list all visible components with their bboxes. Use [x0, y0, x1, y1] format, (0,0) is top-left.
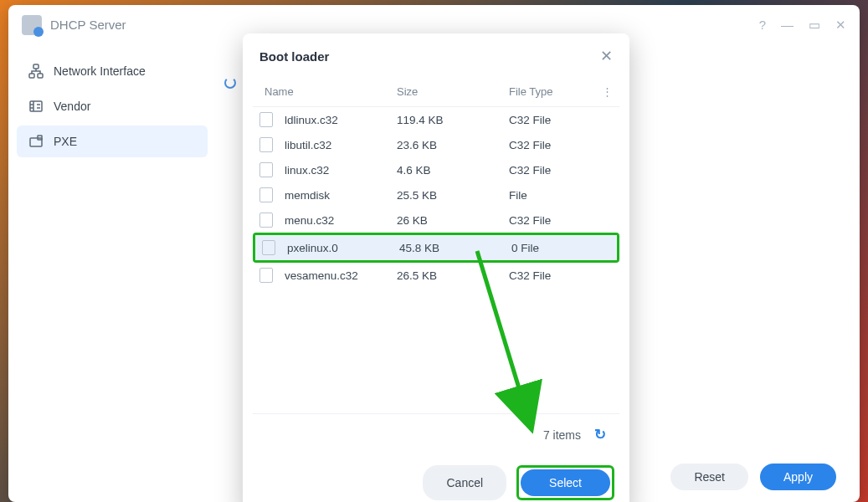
vendor-icon	[28, 99, 44, 114]
dialog-body: Name Size File Type ⋮ ldlinux.c32 119.4 …	[243, 77, 629, 453]
sidebar-item-pxe[interactable]: PXE	[17, 126, 208, 157]
network-icon	[28, 64, 44, 79]
file-size: 119.4 KB	[397, 114, 509, 126]
sidebar-item-vendor[interactable]: Vendor	[17, 90, 208, 122]
table-row[interactable]: linux.c32 4.6 KB C32 File	[253, 157, 619, 182]
item-count: 7 items	[543, 428, 581, 442]
sidebar-item-label: Vendor	[54, 100, 90, 113]
svg-rect-1	[29, 74, 34, 78]
file-size: 25.5 KB	[397, 189, 509, 202]
table-header: Name Size File Type ⋮	[253, 77, 619, 107]
minimize-icon[interactable]: —	[781, 18, 794, 33]
maximize-icon[interactable]: ▭	[809, 18, 820, 33]
table-row[interactable]: memdisk 25.5 KB File	[253, 182, 619, 207]
table-row[interactable]: menu.c32 26 KB C32 File	[253, 207, 619, 233]
sidebar-item-label: Network Interface	[54, 64, 146, 78]
file-type: C32 File	[509, 114, 613, 126]
more-options-icon[interactable]: ⋮	[602, 85, 613, 98]
file-size: 45.8 KB	[399, 242, 511, 254]
close-window-icon[interactable]: ✕	[835, 18, 846, 33]
file-type: C32 File	[509, 214, 613, 227]
window-controls: ? — ▭ ✕	[759, 18, 846, 33]
table-footer: 7 items ↻	[253, 413, 619, 453]
file-type: File	[509, 189, 613, 202]
svg-rect-3	[30, 101, 42, 111]
svg-rect-2	[38, 74, 43, 78]
file-name: linux.c32	[280, 164, 397, 177]
sidebar-item-label: PXE	[54, 135, 77, 148]
dialog-title: Boot loader	[259, 49, 329, 64]
file-name: ldlinux.c32	[280, 114, 397, 126]
col-type-header[interactable]: File Type	[509, 85, 602, 98]
file-size: 26 KB	[397, 214, 509, 227]
file-icon	[259, 137, 273, 152]
col-name-header[interactable]: Name	[259, 85, 397, 98]
file-name: libutil.c32	[280, 139, 397, 151]
file-name: menu.c32	[280, 214, 397, 227]
help-icon[interactable]: ?	[759, 18, 766, 33]
file-type: 0 File	[511, 242, 610, 254]
apply-button[interactable]: Apply	[760, 464, 836, 490]
file-icon	[259, 268, 273, 283]
sidebar: Network Interface Vendor PXE	[8, 45, 216, 502]
file-icon	[259, 162, 273, 177]
file-icon	[259, 213, 273, 228]
app-title: DHCP Server	[50, 18, 126, 32]
dialog-header: Boot loader ✕	[243, 33, 629, 77]
cancel-button[interactable]: Cancel	[423, 465, 506, 500]
loading-spinner-icon	[224, 77, 236, 89]
highlight-select-button: Select	[516, 465, 614, 500]
file-type: C32 File	[509, 269, 613, 282]
file-type: C32 File	[509, 164, 613, 177]
table-row[interactable]: libutil.c32 23.6 KB C32 File	[253, 132, 619, 157]
footer-buttons: Reset Apply	[670, 464, 836, 490]
file-icon	[259, 187, 273, 202]
file-icon	[262, 240, 275, 255]
file-name: memdisk	[280, 189, 397, 202]
svg-rect-0	[33, 64, 39, 69]
app-icon	[22, 15, 42, 35]
col-size-header[interactable]: Size	[397, 85, 509, 98]
boot-loader-dialog: Boot loader ✕ Name Size File Type ⋮ ldli…	[243, 33, 629, 502]
highlight-selected-row: pxelinux.0 45.8 KB 0 File	[253, 233, 619, 263]
table-row[interactable]: vesamenu.c32 26.5 KB C32 File	[253, 263, 619, 288]
refresh-icon[interactable]: ↻	[594, 426, 606, 443]
file-name: pxelinux.0	[282, 242, 399, 254]
reset-button[interactable]: Reset	[670, 464, 748, 490]
sidebar-item-network-interface[interactable]: Network Interface	[17, 55, 208, 87]
file-size: 23.6 KB	[397, 139, 509, 151]
file-size: 26.5 KB	[397, 269, 509, 282]
table-row[interactable]: ldlinux.c32 119.4 KB C32 File	[253, 107, 619, 132]
file-size: 4.6 KB	[397, 164, 509, 177]
file-icon	[259, 112, 273, 127]
close-icon[interactable]: ✕	[600, 47, 613, 65]
select-button[interactable]: Select	[521, 469, 610, 496]
dialog-footer: Cancel Select	[243, 453, 629, 502]
pxe-icon	[28, 134, 44, 149]
table-row[interactable]: pxelinux.0 45.8 KB 0 File	[255, 235, 617, 260]
file-type: C32 File	[509, 139, 613, 151]
file-name: vesamenu.c32	[280, 269, 397, 282]
